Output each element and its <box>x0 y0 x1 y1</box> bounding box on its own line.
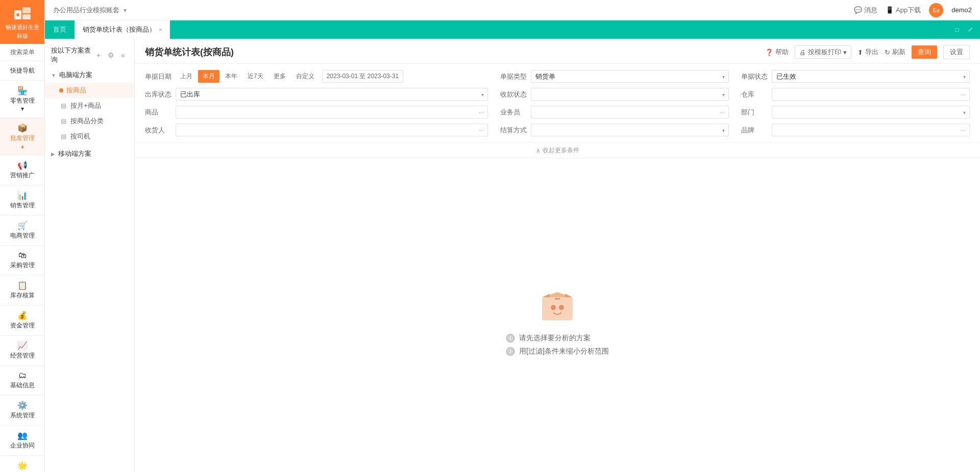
date-tab-custom[interactable]: 自定义 <box>291 70 319 83</box>
sidebar-item-ecommerce[interactable]: 🛒 电商管理 <box>0 216 44 246</box>
warehouse-field: 仓库 ··· <box>741 88 970 101</box>
goods-label: 商品 <box>145 108 176 117</box>
date-tab-7days[interactable]: 近7天 <box>243 70 268 83</box>
collapse-bar[interactable]: ∧ 收起更多条件 <box>135 143 980 158</box>
type-input[interactable] <box>531 70 729 83</box>
status-field: 单据状态 ▾ <box>741 70 970 83</box>
tip-num-2: ② <box>506 347 515 356</box>
filter-item-by-month-product[interactable]: ▤ 按月+商品 <box>45 98 134 113</box>
date-tab-this-year[interactable]: 本年 <box>220 70 242 83</box>
staff-input[interactable] <box>531 106 729 119</box>
finance-icon: 💰 <box>17 311 28 320</box>
sidebar-item-retail[interactable]: 🏪 零售管理 ▾ <box>0 81 44 118</box>
app-download-btn[interactable]: 📱 App下载 <box>886 6 921 15</box>
sidebar-item-inventory[interactable]: 📋 库存核算 <box>0 275 44 305</box>
tab-home-label: 首页 <box>53 25 66 34</box>
payment-field: 结算方式 ▾ <box>500 124 729 136</box>
by-month-product-label: 按月+商品 <box>70 101 101 110</box>
payment-label: 结算方式 <box>500 126 531 135</box>
refresh-btn[interactable]: ↻ 刷新 <box>885 48 905 57</box>
page-title: 销货单统计表(按商品) <box>145 46 234 58</box>
filter-group-pc: ▼ 电脑端方案 按商品 ▤ 按月+商品 ▤ 按商品分类 ▤ 按司机 <box>45 67 134 144</box>
sidebar-item-sales[interactable]: 📊 销售管理 <box>0 185 44 216</box>
tab-sales-stats-label: 销货单统计表（按商品） <box>83 25 156 34</box>
basic-label: 基础信息 <box>10 381 35 390</box>
svg-rect-2 <box>22 14 31 19</box>
payment-input[interactable] <box>531 124 729 136</box>
tab-sales-stats-close[interactable]: × <box>159 27 162 33</box>
tab-sales-stats[interactable]: 销货单统计表（按商品） × <box>75 20 170 39</box>
brand-input[interactable] <box>772 124 970 136</box>
filter-group-pc-header[interactable]: ▼ 电脑端方案 <box>45 67 134 83</box>
tab-restore-btn[interactable]: □ <box>951 24 963 35</box>
main-content: 销货单统计表(按商品) ❓ 帮助 🖨 按模板打印 ▾ ⬆ 导出 <box>135 39 980 472</box>
purchase-icon: 🛍 <box>18 251 27 260</box>
sidebar-item-wholesale[interactable]: 📦 批发管理 ▴ <box>0 118 44 155</box>
filter-item-by-driver[interactable]: ▤ 按司机 <box>45 129 134 144</box>
add-icon: + <box>96 51 101 59</box>
warehouse-input[interactable] <box>772 88 970 101</box>
content-wrapper: 按以下方案查询 + ⚙ « ▼ 电脑端方案 <box>45 39 980 472</box>
breadcrumb: 办公用品行业模拟账套 <box>53 6 119 15</box>
out-label: 出库状态 <box>145 90 176 99</box>
help-btn[interactable]: ❓ 帮助 <box>765 48 789 57</box>
date-tab-more[interactable]: 更多 <box>269 70 290 83</box>
query-btn[interactable]: 查询 <box>912 45 937 59</box>
sidebar-item-quicknav[interactable]: 快捷导航 <box>0 61 44 81</box>
export-icon: ⬆ <box>857 49 863 56</box>
user-name[interactable]: demo2 <box>951 6 972 14</box>
date-tab-this-month[interactable]: 本月 <box>198 70 219 83</box>
search-menu-label: 搜索菜单 <box>10 49 35 56</box>
sidebar-item-basic[interactable]: 🗂 基础信息 <box>0 366 44 395</box>
settings-scheme-btn[interactable]: ⚙ <box>106 50 116 60</box>
active-dot <box>59 88 63 92</box>
inventory-label: 库存核算 <box>10 291 35 300</box>
receiver-input[interactable] <box>176 124 488 136</box>
recv-label: 收款状态 <box>500 90 531 99</box>
out-input[interactable] <box>176 88 488 101</box>
export-btn[interactable]: ⬆ 导出 <box>857 48 878 57</box>
app-logo[interactable]: 畅捷通好生意 标版 <box>0 0 44 44</box>
wholesale-label: 批发管理 <box>10 134 35 143</box>
filter-item-by-product[interactable]: 按商品 <box>45 83 134 98</box>
tip-num-1: ① <box>506 334 515 343</box>
goods-input[interactable] <box>176 106 488 119</box>
mobile-group-label: 移动端方案 <box>58 149 91 158</box>
receiver-label: 收货人 <box>145 126 176 135</box>
sidebar-item-purchase[interactable]: 🛍 采购管理 <box>0 246 44 275</box>
tab-home[interactable]: 首页 <box>45 20 75 39</box>
sidebar-item-marketing[interactable]: 📢 营销推广 <box>0 155 44 185</box>
message-icon: 💬 <box>854 6 862 14</box>
avatar: Ea <box>929 3 943 17</box>
sidebar-item-finance[interactable]: 💰 资金管理 <box>0 305 44 336</box>
recv-input[interactable] <box>531 88 729 101</box>
print-btn[interactable]: 🖨 按模板打印 ▾ <box>795 45 851 59</box>
filter-group-mobile-header[interactable]: ▶ 移动端方案 <box>45 146 134 161</box>
add-scheme-btn[interactable]: + <box>93 50 104 60</box>
tab-fullscreen-btn[interactable]: ⤢ <box>965 24 976 35</box>
receiver-field: 收货人 ··· <box>145 124 488 136</box>
marketing-icon: 📢 <box>17 160 28 170</box>
status-input-wrap: ▾ <box>772 70 970 83</box>
svg-rect-4 <box>542 297 573 320</box>
help-label: 帮助 <box>775 48 789 57</box>
message-btn[interactable]: 💬 消息 <box>854 6 877 15</box>
breadcrumb-dropdown[interactable]: ▾ <box>124 7 127 14</box>
sidebar-item-newbie[interactable]: 🌟 新手引导 <box>0 456 44 472</box>
page-header: 销货单统计表(按商品) ❓ 帮助 🖨 按模板打印 ▾ ⬆ 导出 <box>135 39 980 64</box>
sidebar-item-system[interactable]: ⚙️ 系统管理 <box>0 395 44 426</box>
search-menu[interactable]: 搜索菜单 <box>0 44 44 61</box>
date-range-input[interactable]: 2023-03-01 至 2023-03-31 <box>322 70 403 83</box>
status-input[interactable] <box>772 70 970 83</box>
settings-btn[interactable]: 设置 <box>943 45 970 59</box>
collapse-panel-btn[interactable]: « <box>118 50 128 60</box>
goods-input-wrap: ··· <box>176 106 488 119</box>
sidebar-item-corp[interactable]: 👥 企业协同 <box>0 426 44 456</box>
mobile-group-arrow: ▶ <box>51 151 55 157</box>
date-tab-last-month[interactable]: 上月 <box>176 70 197 83</box>
sidebar-item-operation[interactable]: 📈 经营管理 <box>0 336 44 366</box>
filter-row-1: 单据日期 上月 本月 本年 近7天 更多 自定义 2023- <box>145 70 970 83</box>
dept-input[interactable] <box>772 106 970 119</box>
retail-icon: 🏪 <box>17 86 28 96</box>
filter-item-by-category[interactable]: ▤ 按商品分类 <box>45 113 134 129</box>
